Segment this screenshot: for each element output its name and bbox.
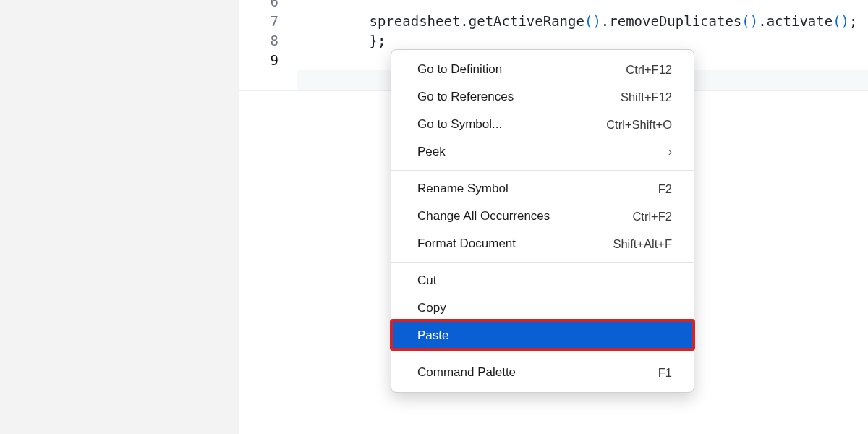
chevron-right-icon: ›: [668, 145, 672, 158]
menu-peek[interactable]: Peek›: [391, 138, 694, 166]
line-number: 7: [239, 12, 278, 31]
menu-go-to-symbol[interactable]: Go to Symbol...Ctrl+Shift+O: [391, 111, 694, 138]
menu-item-shortcut: Shift+Alt+F: [613, 237, 672, 251]
code-fragment: activate: [767, 13, 833, 29]
menu-item-shortcut: Shift+F12: [621, 90, 672, 104]
menu-item-label: Go to Symbol...: [417, 117, 502, 132]
code-dot: .: [758, 13, 766, 29]
menu-cut[interactable]: Cut: [391, 267, 694, 294]
menu-command-palette[interactable]: Command PaletteF1: [391, 359, 694, 386]
code-paren: (): [833, 13, 849, 29]
code-semicolon: ;: [849, 13, 857, 29]
menu-item-shortcut: Ctrl+F2: [632, 210, 672, 224]
code-paren: (): [584, 13, 601, 29]
menu-go-to-references[interactable]: Go to ReferencesShift+F12: [391, 83, 694, 111]
menu-rename-symbol[interactable]: Rename SymbolF2: [391, 175, 694, 203]
menu-item-label: Copy: [417, 301, 446, 315]
menu-item-label: Command Palette: [417, 365, 516, 380]
menu-paste[interactable]: Paste: [391, 322, 694, 349]
line-number: 8: [239, 31, 278, 51]
menu-separator: [391, 354, 694, 354]
menu-separator: [391, 262, 694, 263]
code-line-8[interactable]: [303, 31, 868, 51]
menu-item-shortcut: F1: [658, 366, 672, 380]
line-number: 9: [239, 51, 278, 70]
menu-item-label: Paste: [417, 328, 448, 343]
menu-item-label: Peek: [417, 145, 446, 159]
menu-copy[interactable]: Copy: [391, 294, 694, 322]
menu-item-label: Go to References: [417, 90, 514, 104]
menu-separator: [391, 170, 694, 171]
menu-item-shortcut: F2: [658, 182, 672, 196]
menu-item-label: Cut: [417, 273, 436, 288]
editor-context-menu[interactable]: Go to DefinitionCtrl+F12Go to References…: [391, 49, 694, 393]
menu-item-label: Change All Occurrences: [417, 209, 550, 224]
menu-item-shortcut: Ctrl+Shift+O: [606, 118, 672, 132]
menu-item-label: Format Document: [417, 237, 516, 251]
menu-change-all-occurrences[interactable]: Change All OccurrencesCtrl+F2: [391, 203, 694, 230]
code-dot: .: [601, 13, 609, 29]
line-number-gutter: 6789: [239, 0, 290, 70]
menu-item-label: Go to Definition: [417, 62, 502, 77]
menu-go-to-definition[interactable]: Go to DefinitionCtrl+F12: [391, 56, 694, 83]
code-paren: (): [741, 13, 758, 29]
code-fragment: };: [370, 33, 386, 48]
line-number: 6: [239, 0, 278, 12]
menu-item-label: Rename Symbol: [417, 182, 509, 196]
code-fragment: removeDuplicates: [609, 13, 741, 29]
code-line-6[interactable]: spreadsheet.getActiveRange().removeDupli…: [303, 0, 868, 12]
menu-item-shortcut: Ctrl+F12: [626, 63, 672, 77]
menu-format-document[interactable]: Format DocumentShift+Alt+F: [391, 230, 694, 258]
code-fragment: spreadsheet.getActiveRange: [370, 13, 584, 29]
